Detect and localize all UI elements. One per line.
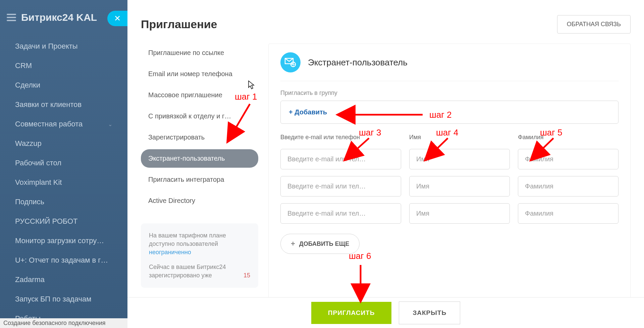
plan-users-value: неограниченно <box>149 249 191 256</box>
surname-input-2[interactable] <box>518 176 619 197</box>
main-header: Приглашение ОБРАТНАЯ СВЯЗЬ <box>127 0 644 44</box>
email-input-3[interactable] <box>280 203 401 224</box>
sidebar-item[interactable]: Монитор загрузки сотру… <box>0 231 127 251</box>
add-group-button[interactable]: + Добавить <box>280 101 619 124</box>
plan-users-label: На вашем тарифном плане доступно пользов… <box>149 232 226 247</box>
body-row: Приглашение по ссылкеEmail или номер тел… <box>127 44 644 328</box>
feedback-button[interactable]: ОБРАТНАЯ СВЯЗЬ <box>557 15 631 34</box>
content-title: Экстранет-пользователь <box>308 57 408 68</box>
sidebar-item[interactable]: Сделки <box>0 75 127 95</box>
sidebar-nav: Задачи и ПроектыCRMСделкиЗаявки от клиен… <box>0 33 127 328</box>
label-email: Введите e-mail или телефон <box>280 134 401 141</box>
surname-input-1[interactable] <box>518 149 619 169</box>
email-input-1[interactable] <box>280 149 401 169</box>
sidebar-item[interactable]: Рабочий стол <box>0 153 127 173</box>
sidebar-item[interactable]: Заявки от клиентов <box>0 95 127 114</box>
sidebar-item[interactable]: Voximplant Kit <box>0 173 127 192</box>
invite-menu-item[interactable]: Экстранет-пользователь <box>141 149 258 168</box>
content-column: Экстранет-пользователь Пригласить в груп… <box>268 44 631 328</box>
invite-menu-item[interactable]: Зарегистрировать <box>141 128 258 147</box>
invite-menu-item[interactable]: Email или номер телефона <box>141 65 258 83</box>
close-icon[interactable]: ✕ <box>107 11 127 26</box>
chevron-down-icon: ⌄ <box>108 121 112 127</box>
invite-menu-item[interactable]: Пригласить интегратора <box>141 170 258 189</box>
sidebar-header: Битрикс24 KAL ✕ <box>0 0 127 33</box>
name-input-3[interactable] <box>409 203 510 224</box>
invite-menu-item[interactable]: Приглашение по ссылке <box>141 44 258 62</box>
sidebar-item[interactable]: Задачи и Проекты <box>0 37 127 56</box>
email-input-2[interactable] <box>280 176 401 197</box>
name-input-2[interactable] <box>409 176 510 197</box>
group-label: Пригласить в группу <box>280 90 619 97</box>
plus-icon: + <box>291 239 295 248</box>
surname-input-3[interactable] <box>518 203 619 224</box>
invite-menu: Приглашение по ссылкеEmail или номер тел… <box>141 44 258 328</box>
sidebar-item[interactable]: Подпись <box>0 192 127 212</box>
label-name: Имя <box>409 134 510 141</box>
app-sidebar: Битрикс24 KAL ✕ Задачи и ПроектыCRMСделк… <box>0 0 127 325</box>
registered-label: Сейчас в вашем Битрикс24 зарегистрирован… <box>149 264 226 279</box>
registered-count: 15 <box>244 271 250 280</box>
footer-bar: ПРИГЛАСИТЬ ЗАКРЫТЬ <box>127 297 644 328</box>
sidebar-item[interactable]: Запуск БП по задачам <box>0 289 127 309</box>
sidebar-item[interactable]: РУССКИЙ РОБОТ <box>0 212 127 231</box>
brand-title: Битрикс24 KAL <box>21 12 97 23</box>
close-button[interactable]: ЗАКРЫТЬ <box>399 302 460 324</box>
sidebar-item[interactable]: Совместная работа⌄ <box>0 114 127 134</box>
add-more-button[interactable]: + ДОБАВИТЬ ЕЩЕ <box>280 234 360 254</box>
plan-info-card: На вашем тарифном плане доступно пользов… <box>141 223 258 288</box>
cursor-icon <box>248 80 256 91</box>
add-more-label: ДОБАВИТЬ ЕЩЕ <box>299 240 349 248</box>
page-title: Приглашение <box>141 18 217 31</box>
envelope-globe-icon <box>280 52 301 72</box>
sidebar-item[interactable]: U+: Отчет по задачам в г… <box>0 251 127 270</box>
main-panel: Приглашение ОБРАТНАЯ СВЯЗЬ Приглашение п… <box>127 0 644 328</box>
sidebar-item[interactable]: CRM <box>0 56 127 75</box>
sidebar-item[interactable]: Wazzup <box>0 134 127 153</box>
invite-button[interactable]: ПРИГЛАСИТЬ <box>311 302 392 324</box>
sidebar-item[interactable]: Zadarma <box>0 270 127 289</box>
name-input-1[interactable] <box>409 149 510 169</box>
invite-menu-item[interactable]: С привязкой к отделу и г… <box>141 107 258 125</box>
hamburger-icon[interactable] <box>7 14 16 21</box>
label-surname: Фамилия <box>518 134 619 141</box>
invite-menu-item[interactable]: Active Directory <box>141 192 258 210</box>
invite-form-grid: Введите e-mail или телефон Имя Фамилия <box>280 134 619 224</box>
invite-menu-item[interactable]: Массовое приглашение <box>141 86 258 104</box>
